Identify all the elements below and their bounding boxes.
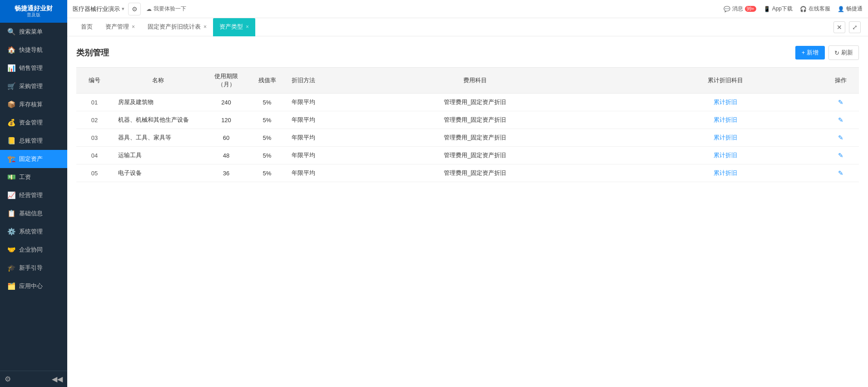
table-col-header: 操作: [823, 68, 859, 94]
sidebar-item-label: 经营管理: [19, 191, 43, 199]
cell-name: 房屋及建筑物: [113, 94, 203, 111]
cell-method: 年限平均: [285, 129, 322, 147]
search-icon: 🔍: [7, 28, 15, 36]
tab-close-asset-type[interactable]: ×: [246, 24, 249, 30]
salary-icon: 💵: [7, 173, 15, 181]
app-center-icon: 🗂️: [7, 282, 15, 290]
capital-icon: 💰: [7, 119, 15, 127]
cell-expense: 管理费用_固定资产折旧: [322, 129, 629, 147]
sidebar-item-capital[interactable]: 💰 资金管理: [0, 114, 67, 132]
cell-op[interactable]: ✎: [823, 94, 859, 111]
cell-name: 运输工具: [113, 147, 203, 164]
notification-button[interactable]: 💬 消息 99+: [724, 5, 756, 13]
cell-residual: 5%: [249, 164, 285, 182]
headset-icon: 🎧: [800, 6, 807, 12]
logo-subtitle: 普及版: [27, 12, 40, 18]
sidebar-item-label: 固定资产: [19, 155, 43, 163]
cell-op[interactable]: ✎: [823, 147, 859, 164]
cell-expense: 管理费用_固定资产折旧: [322, 147, 629, 164]
sidebar-item-label: 企业协同: [19, 246, 43, 254]
topbar-right: 💬 消息 99+ 📱 App下载 🎧 在线客服 👤 畅捷通: [724, 5, 863, 13]
sidebar-item-quick-nav[interactable]: 🏠 快捷导航: [0, 41, 67, 59]
tab-depreciation-report[interactable]: 固定资产折旧统计表×: [141, 18, 213, 36]
sidebar-item-salary[interactable]: 💵 工资: [0, 168, 67, 186]
module-selector[interactable]: 医疗器械行业演示 ▾: [73, 5, 124, 13]
cell-code: 03: [76, 129, 113, 147]
table-row: 02 机器、机械和其他生产设备 120 5% 年限平均 管理费用_固定资产折旧 …: [76, 111, 859, 129]
close-tab-button[interactable]: ✕: [833, 21, 845, 33]
sidebar-item-ledger[interactable]: 📒 总账管理: [0, 132, 67, 150]
cell-method: 年限平均: [285, 94, 322, 111]
sidebar-item-guide[interactable]: 🎓 新手引导: [0, 259, 67, 277]
edit-icon[interactable]: ✎: [838, 152, 843, 159]
cell-period: 48: [203, 147, 249, 164]
customer-service-button[interactable]: 🎧 在线客服: [800, 5, 830, 13]
sidebar: 畅捷通好业财 普及版 🔍 搜索菜单 🏠 快捷导航 📊 销售管理 🛒 采购管理 📦…: [0, 0, 67, 387]
sidebar-item-label: 新手引导: [19, 264, 43, 272]
sidebar-nav: 🔍 搜索菜单 🏠 快捷导航 📊 销售管理 🛒 采购管理 📦 库存核算 💰 资金管…: [0, 23, 67, 371]
tab-asset-type[interactable]: 资产类型×: [213, 18, 255, 36]
sidebar-item-search[interactable]: 🔍 搜索菜单: [0, 23, 67, 41]
sidebar-item-label: 系统管理: [19, 228, 43, 236]
new-button[interactable]: + 新增: [795, 46, 825, 60]
sidebar-item-purchase[interactable]: 🛒 采购管理: [0, 77, 67, 95]
table-col-header: 编号: [76, 68, 113, 94]
cell-accum: 累计折旧: [629, 147, 823, 164]
edit-icon[interactable]: ✎: [838, 99, 843, 106]
edit-icon[interactable]: ✎: [838, 169, 843, 177]
module-name: 医疗器械行业演示: [73, 5, 120, 13]
cell-op[interactable]: ✎: [823, 111, 859, 129]
cell-op[interactable]: ✎: [823, 129, 859, 147]
sidebar-item-fixed-asset[interactable]: 🏗️ 固定资产: [0, 150, 67, 168]
ledger-icon: 📒: [7, 137, 15, 145]
cell-code: 05: [76, 164, 113, 182]
maximize-button[interactable]: ⤢: [849, 21, 861, 33]
sidebar-item-biz-mgmt[interactable]: 📈 经营管理: [0, 186, 67, 204]
table-col-header: 名称: [113, 68, 203, 94]
tab-asset-mgmt[interactable]: 资产管理×: [99, 18, 141, 36]
sidebar-item-label: 基础信息: [19, 209, 43, 218]
user-menu[interactable]: 👤 畅捷通: [838, 5, 863, 13]
guide-icon: 🎓: [7, 264, 15, 272]
topbar: 医疗器械行业演示 ▾ ⚙ ☁ 我要体验一下 💬 消息 99+ 📱 App下载 🎧…: [67, 0, 868, 18]
cell-code: 02: [76, 111, 113, 129]
sidebar-item-sales[interactable]: 📊 销售管理: [0, 59, 67, 77]
cell-op[interactable]: ✎: [823, 164, 859, 182]
refresh-button[interactable]: ↻ 刷新: [828, 45, 859, 60]
app-download-button[interactable]: 📱 App下载: [764, 5, 793, 13]
settings-icon[interactable]: ⚙: [5, 375, 11, 383]
module-settings-button[interactable]: ⚙: [128, 3, 141, 15]
inventory-icon: 📦: [7, 100, 15, 109]
table-col-header: 费用科目: [322, 68, 629, 94]
user-label: 畅捷通: [846, 5, 863, 13]
table-header: 编号名称使用期限（月）残值率折旧方法费用科目累计折旧科目操作: [76, 68, 859, 94]
sidebar-item-enterprise[interactable]: 🤝 企业协同: [0, 241, 67, 259]
tab-close-asset-mgmt[interactable]: ×: [132, 24, 135, 30]
collapse-icon[interactable]: ◀◀: [52, 375, 63, 383]
cell-period: 240: [203, 94, 249, 111]
experience-label: 我要体验一下: [154, 5, 186, 13]
sidebar-item-label: 应用中心: [19, 282, 43, 290]
quick-nav-icon: 🏠: [7, 46, 15, 54]
tab-close-depreciation-report[interactable]: ×: [203, 24, 207, 30]
edit-icon[interactable]: ✎: [838, 134, 843, 141]
table-row: 04 运输工具 48 5% 年限平均 管理费用_固定资产折旧 累计折旧 ✎: [76, 147, 859, 164]
edit-icon[interactable]: ✎: [838, 116, 843, 124]
cell-residual: 5%: [249, 94, 285, 111]
cell-residual: 5%: [249, 111, 285, 129]
header-actions: + 新增 ↻ 刷新: [795, 45, 859, 60]
sidebar-item-sys-mgmt[interactable]: ⚙️ 系统管理: [0, 223, 67, 241]
cell-name: 电子设备: [113, 164, 203, 182]
sidebar-bottom: ⚙ ◀◀: [0, 371, 67, 387]
sidebar-item-inventory[interactable]: 📦 库存核算: [0, 95, 67, 114]
sidebar-item-app-center[interactable]: 🗂️ 应用中心: [0, 277, 67, 295]
tab-home[interactable]: 首页: [74, 18, 99, 36]
table-col-header: 残值率: [249, 68, 285, 94]
experience-button[interactable]: ☁ 我要体验一下: [146, 5, 186, 13]
sys-mgmt-icon: ⚙️: [7, 228, 15, 236]
sidebar-item-basic-info[interactable]: 📋 基础信息: [0, 204, 67, 223]
sales-icon: 📊: [7, 64, 15, 72]
table-row: 01 房屋及建筑物 240 5% 年限平均 管理费用_固定资产折旧 累计折旧 ✎: [76, 94, 859, 111]
notification-icon: 💬: [724, 6, 730, 12]
cell-accum: 累计折旧: [629, 129, 823, 147]
